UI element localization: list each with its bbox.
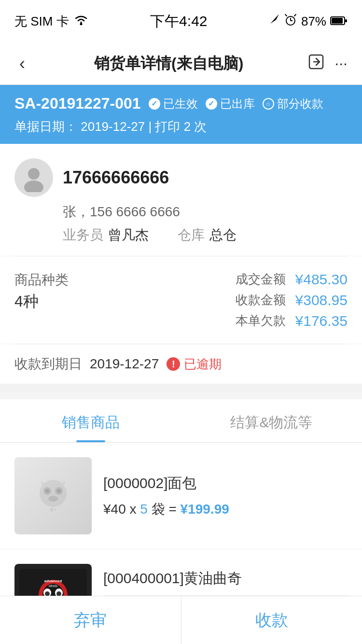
svg-rect-8 xyxy=(332,18,343,24)
status-shipped-label: 已出库 xyxy=(220,96,255,112)
warehouse-label: 仓库 xyxy=(178,226,205,244)
deal-amount-label: 成交金额 xyxy=(236,271,286,288)
summary-right: 成交金额 ¥485.30 收款金额 ¥308.95 本单欠款 ¥176.35 xyxy=(236,271,348,329)
overdue-text: 已逾期 xyxy=(184,356,222,373)
tab-products[interactable]: 销售商品 xyxy=(0,399,181,442)
battery-icon xyxy=(330,14,348,29)
payment-due-label: 收款到期日 xyxy=(14,355,82,373)
confirm-label: 收款 xyxy=(255,609,288,631)
status-partial: ○ 部分收款 xyxy=(263,96,323,112)
payment-due-date: 2019-12-27 xyxy=(90,356,159,372)
section-divider-1 xyxy=(0,384,362,392)
check-icon-1: ✓ xyxy=(149,98,160,110)
deal-amount-value: ¥485.30 xyxy=(295,271,348,288)
svg-text:客+: 客+ xyxy=(50,507,56,512)
customer-contact: 张，156 6666 6666 xyxy=(14,203,348,221)
page-title: 销货单详情(来自电脑) xyxy=(94,53,243,74)
sales-rep-label: 业务员 xyxy=(63,226,103,244)
product-price-1: ¥40 xyxy=(103,502,126,517)
header-date-row: 单据日期： 2019-12-27 | 打印 2 次 xyxy=(14,118,348,135)
tab-settlement[interactable]: 结算&物流等 xyxy=(181,399,362,442)
svg-point-18 xyxy=(48,496,58,502)
svg-point-16 xyxy=(45,489,49,493)
product-image-placeholder-1: 客+ xyxy=(14,457,92,534)
product-type-value: 4种 xyxy=(14,291,69,312)
status-partial-label: 部分收款 xyxy=(277,96,323,112)
customer-meta: 业务员 曾凡杰 仓库 总仓 xyxy=(14,226,348,244)
svg-point-12 xyxy=(24,181,43,192)
svg-line-6 xyxy=(294,14,296,16)
deal-amount-row: 成交金额 ¥485.30 xyxy=(236,271,348,288)
battery-percent: 87% xyxy=(301,14,326,29)
owing-amount-row: 本单欠款 ¥176.35 xyxy=(236,312,348,329)
customer-row: 17666666666 xyxy=(14,158,348,197)
table-row: 客+ [0000002]面包 ¥40 x 5 袋 = ¥199.99 xyxy=(0,443,362,549)
status-left: 无 SIM 卡 xyxy=(14,13,88,30)
svg-marker-1 xyxy=(270,14,279,24)
cancel-label: 弃审 xyxy=(74,609,107,631)
sales-rep-value: 曾凡杰 xyxy=(108,226,149,244)
summary-left: 商品种类 4种 xyxy=(14,271,69,312)
nav-bar: ‹ 销货单详情(来自电脑) ··· xyxy=(0,42,362,85)
product-logo-1: 客+ xyxy=(29,476,77,515)
header-band: SA-20191227-001 ✓ 已生效 ✓ 已出库 ○ 部分收款 单据日期：… xyxy=(0,85,362,144)
confirm-button[interactable]: 收款 xyxy=(181,596,362,644)
status-bar: 无 SIM 卡 下午4:42 87% xyxy=(0,0,362,42)
check-icon-2: ✓ xyxy=(206,98,217,110)
svg-text:whols: whols xyxy=(48,584,57,588)
received-amount-row: 收款金额 ¥308.95 xyxy=(236,292,348,308)
status-shipped: ✓ 已出库 xyxy=(206,96,255,112)
back-button[interactable]: ‹ xyxy=(14,49,30,79)
cancel-button[interactable]: 弃审 xyxy=(0,596,181,644)
status-right: 87% xyxy=(269,13,348,30)
svg-point-0 xyxy=(80,23,82,26)
bottom-bar: 弃审 收款 xyxy=(0,596,362,644)
product-price-row-1: ¥40 x 5 袋 = ¥199.99 xyxy=(103,500,348,518)
print-info: 打印 2 次 xyxy=(155,119,207,134)
svg-text:advanced: advanced xyxy=(44,579,62,583)
product-name-1: [0000002]面包 xyxy=(103,474,348,493)
svg-point-11 xyxy=(28,168,40,180)
clock-icon: ○ xyxy=(263,98,274,110)
doc-date: 2019-12-27 xyxy=(81,119,145,134)
alarm-icon xyxy=(284,13,297,30)
received-amount-label: 收款金额 xyxy=(236,292,286,308)
customer-avatar xyxy=(14,158,53,197)
product-info-1: [0000002]面包 ¥40 x 5 袋 = ¥199.99 xyxy=(103,457,348,534)
product-type-label: 商品种类 xyxy=(14,271,69,289)
product-unit-1: 袋 xyxy=(152,502,165,517)
received-amount-value: ¥308.95 xyxy=(295,292,348,308)
more-icon[interactable]: ··· xyxy=(334,55,348,72)
order-number: SA-20191227-001 xyxy=(14,95,141,112)
status-effective-label: 已生效 xyxy=(163,96,198,112)
customer-phone: 17666666666 xyxy=(63,168,169,188)
svg-line-5 xyxy=(285,14,287,16)
product-total-1: ¥199.99 xyxy=(181,502,229,517)
summary-section: 商品种类 4种 成交金额 ¥485.30 收款金额 ¥308.95 本单欠款 ¥… xyxy=(0,256,362,344)
status-time: 下午4:42 xyxy=(150,12,207,31)
print-separator: | xyxy=(148,119,155,134)
product-price-x-1: x xyxy=(130,502,140,517)
product-qty-1: 5 xyxy=(140,502,148,517)
owing-amount-label: 本单欠款 xyxy=(236,312,286,329)
sales-rep-item: 业务员 曾凡杰 xyxy=(63,226,149,244)
warehouse-item: 仓库 总仓 xyxy=(178,226,237,244)
tab-settlement-label: 结算&物流等 xyxy=(230,414,312,430)
tabs-container: 销售商品 结算&物流等 xyxy=(0,399,362,443)
overdue-badge: ! 已逾期 xyxy=(167,356,222,373)
product-name-2: [000400001]黄油曲奇 xyxy=(103,569,348,588)
doc-date-label: 单据日期： xyxy=(14,119,77,134)
owing-amount-value: ¥176.35 xyxy=(295,313,348,329)
payment-due-section: 收款到期日 2019-12-27 ! 已逾期 xyxy=(0,344,362,384)
warehouse-value: 总仓 xyxy=(209,226,237,244)
tab-products-label: 销售商品 xyxy=(62,414,120,430)
wifi-icon xyxy=(74,14,88,28)
svg-point-17 xyxy=(57,489,61,493)
location-icon xyxy=(269,13,280,30)
customer-section: 17666666666 张，156 6666 6666 业务员 曾凡杰 仓库 总… xyxy=(0,144,362,256)
carrier-text: 无 SIM 卡 xyxy=(14,13,69,30)
overdue-icon: ! xyxy=(167,357,180,371)
product-eq-1: = xyxy=(168,502,180,517)
product-image-1: 客+ xyxy=(14,457,92,534)
share-icon[interactable] xyxy=(307,53,325,74)
